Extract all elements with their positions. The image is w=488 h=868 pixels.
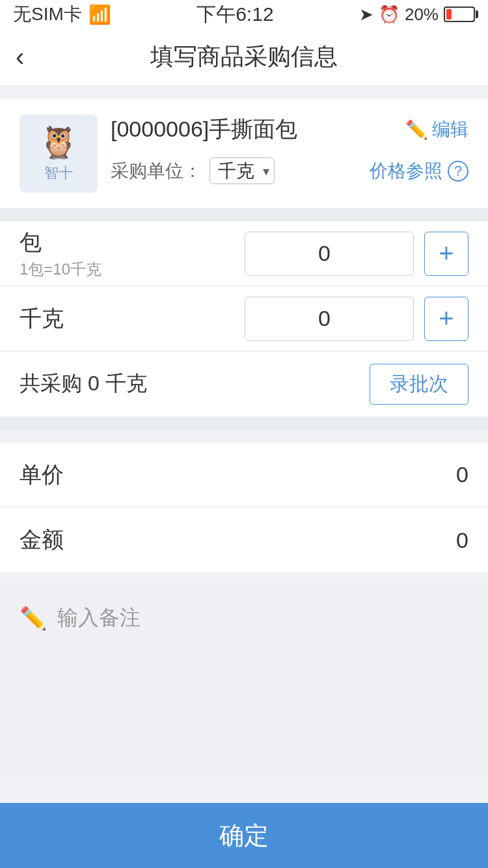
product-card: 🦉 智十 [0000006]手撕面包 ✏️ 编辑 采购单位： 千克 包 价 <box>0 99 488 208</box>
summary-row: 共采购 0 千克 录批次 <box>0 351 488 416</box>
edit-label: 编辑 <box>432 117 468 142</box>
status-right: ➤ ⏰ 20% <box>359 5 475 25</box>
alarm-icon: ⏰ <box>379 5 400 25</box>
pencil-icon: ✏️ <box>20 605 47 631</box>
unit-select[interactable]: 千克 包 <box>210 157 275 184</box>
back-button[interactable]: ‹ <box>16 42 24 72</box>
owl-icon: 🦉 <box>39 124 78 161</box>
location-icon: ➤ <box>359 5 373 25</box>
input-row-bao: 包 1包=10千克 + <box>0 221 488 286</box>
edit-icon: ✏️ <box>405 119 428 141</box>
unit-price-value: 0 <box>456 462 468 487</box>
price-section: 单价 0 金额 0 <box>0 442 488 573</box>
confirm-button[interactable]: 确定 <box>0 803 488 868</box>
battery-label: 20% <box>405 5 439 25</box>
confirm-button-label: 确定 <box>219 819 269 852</box>
kg-main-label: 千克 <box>20 304 124 334</box>
input-row-kg: 千克 + <box>0 286 488 351</box>
help-icon: ? <box>448 161 468 182</box>
battery-icon <box>444 7 475 22</box>
wifi-icon: 📶 <box>88 4 111 25</box>
bao-main-label: 包 <box>20 228 124 258</box>
status-bar: 无SIM卡 📶 下午6:12 ➤ ⏰ 20% <box>0 0 488 29</box>
amount-row: 金额 0 <box>0 508 488 573</box>
section-divider-2 <box>0 416 488 429</box>
bao-qty-input[interactable] <box>245 232 414 276</box>
input-section: 包 1包=10千克 + 千克 + <box>0 221 488 351</box>
page-title: 填写商品采购信息 <box>150 41 338 73</box>
price-ref-label: 价格参照 <box>370 159 442 183</box>
kg-plus-button[interactable]: + <box>424 297 468 341</box>
carrier-label: 无SIM卡 <box>13 2 82 27</box>
kg-qty-input[interactable] <box>245 297 414 341</box>
notes-section[interactable]: ✏️ 输入备注 <box>0 586 488 781</box>
batch-button[interactable]: 录批次 <box>370 364 468 405</box>
amount-label: 金额 <box>20 525 64 555</box>
product-name: [0000006]手撕面包 <box>111 115 297 144</box>
summary-text: 共采购 0 千克 <box>20 370 147 398</box>
amount-value: 0 <box>456 528 468 553</box>
unit-select-wrap[interactable]: 千克 包 <box>210 157 275 184</box>
unit-label: 采购单位： <box>111 159 202 183</box>
unit-price-label: 单价 <box>20 460 64 490</box>
edit-button[interactable]: ✏️ 编辑 <box>405 117 468 142</box>
bao-plus-button[interactable]: + <box>424 232 468 276</box>
section-divider-1 <box>0 208 488 221</box>
nav-bar: ‹ 填写商品采购信息 <box>0 29 488 86</box>
unit-price-row: 单价 0 <box>0 442 488 508</box>
notes-placeholder: 输入备注 <box>57 604 141 632</box>
price-reference-button[interactable]: 价格参照 ? <box>370 159 468 183</box>
status-left: 无SIM卡 📶 <box>13 2 111 27</box>
status-time: 下午6:12 <box>197 1 273 28</box>
product-info: [0000006]手撕面包 ✏️ 编辑 采购单位： 千克 包 价格参照 ? <box>111 115 468 184</box>
logo-text: 智十 <box>44 163 73 183</box>
product-logo: 🦉 智十 <box>20 115 98 193</box>
bao-sub-label: 1包=10千克 <box>20 259 124 280</box>
